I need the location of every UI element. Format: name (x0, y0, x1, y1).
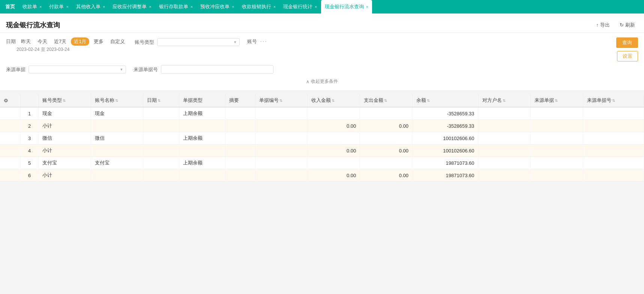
nav-tab-close-icon[interactable]: × (149, 4, 151, 9)
col-header-account_type[interactable]: 账号类型⇅ (38, 94, 91, 107)
refresh-button[interactable]: ↻ 刷新 (617, 20, 638, 30)
nav-tab-close-icon[interactable]: × (39, 4, 42, 9)
row-income (308, 157, 360, 169)
date-option-近7天[interactable]: 近7天 (52, 37, 69, 46)
account-label: 账号 (247, 38, 257, 45)
collapse-label: 收起更多条件 (311, 78, 338, 85)
row-expense (360, 132, 413, 145)
row-expense: 0.00 (360, 145, 413, 157)
col-header-doc_no[interactable]: 单据编号⇅ (255, 94, 308, 107)
sort-icon-account_name: ⇅ (115, 98, 118, 103)
settings-col-icon[interactable]: ⚙ (4, 98, 8, 103)
row-settings-cell (0, 157, 21, 169)
col-header-counterparty[interactable]: 对方户名⇅ (478, 94, 531, 107)
nav-tab-label: 其他收入单 (76, 3, 101, 10)
source-doc-no-input[interactable] (161, 65, 273, 74)
date-option-更多[interactable]: 更多 (92, 37, 106, 46)
col-header-source_doc_no[interactable]: 来源单据号⇅ (583, 94, 644, 107)
row-expense (360, 107, 413, 120)
row-counterparty (478, 120, 531, 132)
row-balance: 19871073.60 (413, 157, 478, 169)
nav-tab-close-icon[interactable]: × (273, 4, 276, 9)
sort-icon-balance: ⇅ (427, 98, 430, 103)
nav-tab-home[interactable]: 首页 (2, 0, 19, 13)
sort-icon-source_doc: ⇅ (555, 98, 558, 103)
col-header-expense[interactable]: 支出金额⇅ (360, 94, 413, 107)
row-account-name (91, 120, 143, 132)
nav-tab-receivable-adjust[interactable]: 应收应付调整单× (109, 0, 155, 13)
nav-tab-receipt[interactable]: 收款单× (19, 0, 45, 13)
page-header: 现金银行流水查询 ↑ 导出 ↻ 刷新 (0, 13, 644, 33)
row-doc-no (255, 107, 308, 120)
nav-tab-collection-exec[interactable]: 收款核销执行× (238, 0, 279, 13)
row-doc-type: 上期余额 (179, 132, 225, 145)
source-doc-no-filter: 来源单据号 (134, 65, 273, 74)
row-income: 0.00 (308, 169, 360, 182)
date-option-自定义[interactable]: 自定义 (108, 37, 127, 46)
nav-tab-label: 现金银行流水查询 (325, 3, 364, 10)
col-header-balance[interactable]: 余额⇅ (413, 94, 478, 107)
row-date (143, 120, 179, 132)
account-type-select[interactable]: ▾ (157, 38, 240, 46)
row-account-type: 小计 (38, 145, 91, 157)
nav-tab-close-icon[interactable]: × (66, 4, 68, 9)
collapse-bar[interactable]: ∧ 收起更多条件 (6, 77, 638, 86)
sort-icon-expense: ⇅ (384, 98, 387, 103)
nav-tab-cash-bank-flow[interactable]: 现金银行流水查询× (321, 0, 372, 13)
nav-tab-advance-offset[interactable]: 预收冲应收单× (197, 0, 238, 13)
nav-tab-close-icon[interactable]: × (191, 4, 193, 9)
nav-tab-cash-bank-stats[interactable]: 现金银行统计× (279, 0, 321, 13)
row-settings-cell (0, 145, 21, 157)
col-header-income[interactable]: 收入金额⇅ (308, 94, 360, 107)
col-header-account_name[interactable]: 账号名称⇅ (91, 94, 143, 107)
table-row: 2小计0.000.00-3528659.33 (0, 120, 644, 132)
nav-tab-close-icon[interactable]: × (315, 4, 317, 9)
date-filter-block: 日期 昨天今天近7天近1月更多自定义 2023-02-24 至 2023-03-… (6, 37, 127, 53)
date-option-昨天[interactable]: 昨天 (19, 37, 33, 46)
nav-tab-bank-deposit[interactable]: 银行存取款单× (155, 0, 197, 13)
row-expense: 0.00 (360, 120, 413, 132)
settings-button[interactable]: 设置 (617, 51, 638, 61)
table-row: 5支付宝支付宝上期余额19871073.60 (0, 157, 644, 169)
col-header-date[interactable]: 日期⇅ (143, 94, 179, 107)
query-button[interactable]: 查询 (616, 37, 638, 48)
nav-tab-close-icon[interactable]: × (232, 4, 234, 9)
row-source-doc (531, 169, 583, 182)
nav-tab-label: 收款单 (23, 3, 37, 10)
row-date (143, 157, 179, 169)
row-date (143, 169, 179, 182)
source-doc-select[interactable]: ▾ (29, 66, 126, 73)
row-account-type: 小计 (38, 120, 91, 132)
nav-tab-label: 现金银行统计 (283, 3, 312, 10)
row-num: 2 (21, 120, 39, 132)
row-source-doc (531, 107, 583, 120)
row-account-name: 支付宝 (91, 157, 143, 169)
row-account-type: 现金 (38, 107, 91, 120)
table-body: 1现金现金上期余额-3528659.332小计0.000.00-3528659.… (0, 107, 644, 182)
row-settings-cell (0, 107, 21, 120)
nav-tab-payment[interactable]: 付款单× (45, 0, 72, 13)
row-balance: -3528659.33 (413, 107, 478, 120)
nav-tab-other-income[interactable]: 其他收入单× (72, 0, 109, 13)
row-num: 3 (21, 132, 39, 145)
date-option-近1月[interactable]: 近1月 (71, 37, 89, 46)
row-balance: -3528659.33 (413, 120, 478, 132)
source-doc-no-label: 来源单据号 (134, 66, 158, 73)
row-counterparty (478, 107, 531, 120)
row-account-type: 小计 (38, 169, 91, 182)
row-balance: 100102606.60 (413, 145, 478, 157)
row-balance: 100102606.60 (413, 132, 478, 145)
row-income (308, 107, 360, 120)
row-balance: 19871073.60 (413, 169, 478, 182)
col-header-settings: ⚙ (0, 94, 21, 107)
account-filter: 账号 ··· (247, 38, 267, 45)
nav-tab-close-icon[interactable]: × (103, 4, 105, 9)
col-header-source_doc[interactable]: 来源单据⇅ (531, 94, 583, 107)
nav-tab-close-icon[interactable]: × (366, 4, 368, 9)
date-label: 日期 (6, 38, 16, 45)
date-option-今天[interactable]: 今天 (35, 37, 50, 46)
row-source-doc (531, 145, 583, 157)
row-source-doc (531, 120, 583, 132)
export-button[interactable]: ↑ 导出 (593, 20, 613, 30)
account-ellipsis[interactable]: ··· (260, 38, 267, 45)
